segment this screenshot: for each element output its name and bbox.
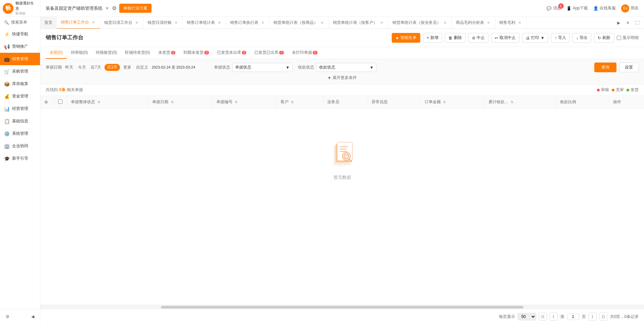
page-number-input[interactable] bbox=[567, 313, 579, 320]
sort-icon-customer[interactable]: ⇅ bbox=[291, 100, 294, 104]
date-7days[interactable]: 近7天 bbox=[89, 64, 102, 71]
anti-audit-action[interactable]: 充审 bbox=[612, 87, 624, 93]
sidebar-collapse-btn[interactable]: ◀ bbox=[28, 312, 37, 321]
th-settings[interactable]: ⚙ bbox=[40, 96, 54, 109]
first-page-btn[interactable]: ⟨⟨ bbox=[539, 313, 547, 321]
sidebar-item-inventory[interactable]: 📦 库存核算 bbox=[0, 78, 40, 90]
horizontal-scrollbar[interactable] bbox=[40, 305, 644, 309]
th-amount: 订单金额 ⇅ bbox=[420, 96, 484, 109]
sidebar-item-purchase[interactable]: 🛒 采购管理 bbox=[0, 65, 40, 78]
tab-close-sales-by-goods[interactable]: ✕ bbox=[320, 21, 325, 25]
tab-scroll-right[interactable]: ▶ bbox=[614, 19, 622, 27]
select-all-checkbox[interactable] bbox=[58, 99, 62, 104]
sidebar-item-quick-nav[interactable]: ⚡ 快捷导航 bbox=[0, 28, 40, 40]
sidebar-item-finance[interactable]: 💰 资金管理 bbox=[0, 90, 40, 103]
smart-create-btn[interactable]: ★ 智能生单 bbox=[392, 33, 420, 43]
sidebar-item-marketing[interactable]: 📢 营销推广 bbox=[0, 40, 40, 53]
per-page-select[interactable]: 50 100 200 bbox=[518, 313, 536, 320]
basic-info-icon: 📋 bbox=[4, 119, 9, 124]
sub-tab-not-printed[interactable]: 未打印单据0 bbox=[288, 47, 321, 59]
sidebar-item-enterprise[interactable]: 🏢 企业协同 bbox=[0, 140, 40, 152]
tab-maximize[interactable]: ⛶ bbox=[633, 19, 641, 27]
tab-goods-margin[interactable]: 商品毛利分析表 ✕ bbox=[452, 17, 495, 29]
audit-action[interactable]: 审核 bbox=[597, 87, 609, 93]
expand-conditions-btn[interactable]: ▼ 展开更多条件 bbox=[46, 75, 639, 81]
tab-close-sales-exec[interactable]: ✕ bbox=[260, 21, 265, 25]
delete-btn[interactable]: 🗑 删除 bbox=[445, 33, 466, 43]
anti-audit-dot bbox=[612, 89, 614, 91]
tab-home[interactable]: 首页 bbox=[40, 17, 57, 29]
filter-settings-btn[interactable]: 设置 bbox=[619, 63, 639, 72]
sidebar-search[interactable]: 🔍 搜索菜单 bbox=[0, 17, 40, 28]
payment-select[interactable]: 收款状态 ▼ bbox=[316, 63, 377, 72]
next-page-btn[interactable]: ⟩ bbox=[589, 313, 597, 321]
date-custom[interactable]: 自定义 bbox=[135, 64, 149, 71]
tab-close-cash-daily[interactable]: ✕ bbox=[134, 21, 139, 25]
tab-close-goods-margin[interactable]: ✕ bbox=[486, 21, 491, 25]
sub-tab-shipped-out[interactable]: 已发货已出库0 bbox=[250, 47, 288, 59]
tab-sales-stat[interactable]: 销售订单统计表 ✕ bbox=[183, 17, 226, 29]
tab-cash-daily[interactable]: 钱货日清工作台 ✕ bbox=[100, 17, 143, 29]
app-download-item[interactable]: 📱 App下载 bbox=[566, 5, 588, 11]
industry-btn[interactable]: 体验行业方案 bbox=[119, 4, 152, 13]
online-service-item[interactable]: 👤 在线客服 bbox=[593, 5, 616, 11]
sidebar-item-sales[interactable]: 💼 销售管理 bbox=[0, 53, 40, 65]
date-yesterday[interactable]: 昨天 bbox=[64, 64, 75, 71]
tab-sales-exec[interactable]: 销售订单执行表 ✕ bbox=[226, 17, 269, 29]
sub-tab-pending-review[interactable]: 待审核(0) bbox=[67, 47, 92, 59]
cancel-suspend-btn[interactable]: ↩ 取消中止 bbox=[491, 33, 519, 43]
messages-item[interactable]: 💬 消息 6 bbox=[547, 5, 561, 11]
sub-tab-all[interactable]: 全部(0) bbox=[46, 47, 67, 59]
sub-tab-not-shipped[interactable]: 未发货0 bbox=[154, 47, 180, 59]
tab-sales-workbench[interactable]: 销售订单工作台 ✕ bbox=[57, 17, 100, 29]
header-settings-icon[interactable]: ⚙ bbox=[112, 5, 117, 11]
tab-cash-reconcile[interactable]: 钱货日清对账 ✕ bbox=[143, 17, 183, 29]
tab-close-sales-by-customer[interactable]: ✕ bbox=[379, 21, 384, 25]
dropdown-icon[interactable]: ▼ bbox=[105, 6, 109, 11]
tab-close-sales-workbench[interactable]: ✕ bbox=[91, 20, 96, 25]
import-btn[interactable]: ↑ 导入 bbox=[551, 33, 570, 43]
add-btn[interactable]: + 新增 bbox=[423, 33, 442, 43]
tab-close-sales-stat[interactable]: ✕ bbox=[217, 21, 222, 25]
sub-tab-wangpu-pending[interactable]: 旺铺待发货(0) bbox=[121, 47, 154, 59]
sort-icon-status[interactable]: ⇅ bbox=[97, 100, 100, 104]
sidebar-item-basic-info[interactable]: 📋 基础信息 bbox=[0, 115, 40, 127]
sidebar-item-operations[interactable]: 📊 经营管理 bbox=[0, 103, 40, 115]
tab-close-sales-profit[interactable]: ✕ bbox=[517, 21, 522, 25]
query-btn[interactable]: 查询 bbox=[594, 63, 616, 72]
export-btn[interactable]: ↓ 导出 bbox=[572, 33, 591, 43]
print-btn[interactable]: 🖨 打印 ▼ bbox=[522, 33, 548, 43]
tab-close-cash-reconcile[interactable]: ✕ bbox=[174, 21, 178, 25]
th-date: 单据日期 ⇅ bbox=[148, 96, 212, 109]
sub-tab-expired-not-shipped[interactable]: 到期未发货0 bbox=[179, 47, 213, 59]
show-detail-checkbox[interactable]: 显示明细 bbox=[617, 35, 639, 41]
sidebar-item-new-guide[interactable]: 🎓 新手引导 bbox=[0, 152, 40, 165]
sort-icon-amount[interactable]: ⇅ bbox=[443, 100, 446, 104]
tab-sales-by-staff[interactable]: 销货单统计表（按业务员） ✕ bbox=[388, 17, 452, 29]
date-more[interactable]: 更多 bbox=[122, 64, 133, 71]
suspend-btn[interactable]: ⊘ 中止 bbox=[468, 33, 488, 43]
tab-sales-by-customer[interactable]: 销货单统计表（按客户） ✕ bbox=[329, 17, 388, 29]
sidebar-item-system[interactable]: ⚙️ 系统管理 bbox=[0, 127, 40, 140]
th-checkbox[interactable] bbox=[54, 96, 67, 109]
tab-close-sales-by-staff[interactable]: ✕ bbox=[443, 21, 447, 25]
sidebar-settings-btn[interactable]: ⚙ bbox=[3, 312, 12, 321]
sort-icon-collected[interactable]: ⇅ bbox=[511, 100, 513, 104]
sub-tab-shipped-not-out[interactable]: 已发货未出库0 bbox=[213, 47, 251, 59]
tab-sales-profit[interactable]: 销售毛利 ✕ bbox=[495, 17, 526, 29]
refresh-btn[interactable]: ↻ 刷新 bbox=[594, 33, 614, 43]
status-select[interactable]: 单据状态 ▼ bbox=[232, 63, 293, 72]
ship-action[interactable]: 发货 bbox=[627, 87, 639, 93]
sort-icon-date[interactable]: ⇅ bbox=[171, 100, 174, 104]
tab-close-all[interactable]: ✕ bbox=[624, 19, 632, 27]
scrollbar-thumb[interactable] bbox=[161, 306, 523, 309]
prev-page-btn[interactable]: ⟨ bbox=[550, 313, 558, 321]
date-today[interactable]: 今天 bbox=[77, 64, 87, 71]
tab-sales-by-goods[interactable]: 销货单统计表（按商品） ✕ bbox=[269, 17, 329, 29]
date-1month[interactable]: 近1月 bbox=[104, 64, 120, 71]
sort-icon-number[interactable]: ⇅ bbox=[235, 100, 238, 104]
sub-tab-pending-inspect[interactable]: 待拣验货(0) bbox=[92, 47, 121, 59]
show-detail-input[interactable] bbox=[617, 36, 621, 40]
user-item[interactable]: Ea 用友 bbox=[621, 4, 639, 12]
last-page-btn[interactable]: ⟩⟩ bbox=[599, 313, 607, 321]
